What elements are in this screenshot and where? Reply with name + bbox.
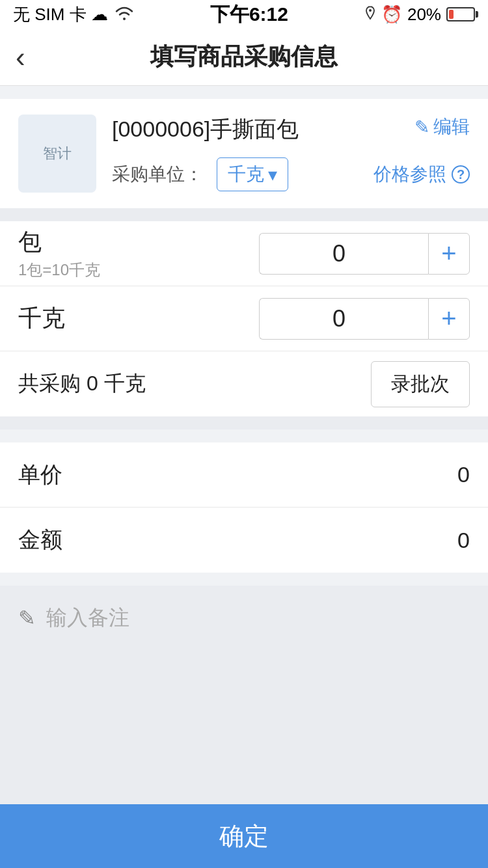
unit-price-value: 0 [457, 462, 470, 487]
section-separator-2 [0, 416, 488, 429]
status-right: ⏰ 20% [364, 5, 475, 25]
product-info: [0000006]手撕面包 ✎ 编辑 采购单位： 千克 ▾ 价格参照 ? [112, 115, 470, 191]
alarm-icon: ⏰ [381, 5, 402, 25]
kg-input-right: + [259, 298, 470, 340]
thumb-label: 智计 [43, 144, 72, 163]
kg-label: 千克 [18, 303, 65, 334]
amount-value: 0 [457, 528, 470, 553]
unit-value: 千克 [228, 162, 264, 187]
purchase-unit-container: 采购单位： 千克 ▾ [112, 157, 288, 191]
remark-placeholder: 输入备注 [46, 604, 129, 632]
unit-select[interactable]: 千克 ▾ [217, 157, 288, 191]
help-icon: ? [452, 165, 470, 183]
unit-price-label: 单价 [18, 460, 62, 490]
product-card: 智计 [0000006]手撕面包 ✎ 编辑 采购单位： 千克 ▾ 价格参照 ? [0, 99, 488, 208]
amount-label: 金额 [18, 525, 62, 555]
nav-bar: ‹ 填写商品采购信息 [0, 29, 488, 86]
batch-button[interactable]: 录批次 [371, 361, 470, 407]
amount-row: 金额 0 [0, 508, 488, 573]
product-name: [0000006]手撕面包 [112, 115, 299, 144]
battery-icon [446, 7, 475, 21]
location-icon [364, 5, 376, 25]
edit-button[interactable]: ✎ 编辑 [414, 115, 470, 139]
bag-label-sub: 1包=10千克 [18, 260, 100, 280]
price-info-section: 单价 0 金额 0 [0, 442, 488, 573]
unit-price-row: 单价 0 [0, 442, 488, 508]
bag-input-row: 包 1包=10千克 + [0, 221, 488, 286]
section-separator-1 [0, 208, 488, 221]
kg-quantity-input[interactable] [259, 298, 428, 340]
bag-label: 包 [18, 226, 100, 258]
purchase-unit-label: 采购单位： [112, 164, 203, 184]
price-ref-label: 价格参照 [373, 162, 446, 187]
wifi-icon [115, 5, 134, 25]
edit-label: 编辑 [433, 115, 470, 139]
product-thumbnail: 智计 [18, 115, 96, 193]
edit-icon: ✎ [414, 116, 429, 138]
bag-quantity-input[interactable] [259, 233, 428, 275]
pencil-icon: ✎ [18, 606, 36, 631]
kg-plus-button[interactable]: + [428, 298, 470, 340]
back-button[interactable]: ‹ [16, 43, 25, 72]
kg-input-row: 千克 + [0, 286, 488, 351]
status-bar: 无 SIM 卡 ☁ 下午6:12 ⏰ 20% [0, 0, 488, 29]
battery-percent: 20% [407, 5, 441, 25]
status-time: 下午6:12 [210, 1, 288, 28]
remark-section[interactable]: ✎ 输入备注 [0, 586, 488, 690]
summary-text: 共采购 0 千克 [18, 370, 146, 398]
page-title: 填写商品采购信息 [150, 41, 338, 73]
svg-point-0 [369, 9, 372, 12]
bag-plus-button[interactable]: + [428, 233, 470, 275]
price-ref-button[interactable]: 价格参照 ? [373, 162, 470, 187]
confirm-label: 确定 [219, 820, 269, 853]
input-section: 包 1包=10千克 + 千克 + [0, 221, 488, 351]
confirm-button[interactable]: 确定 [0, 804, 488, 868]
chevron-down-icon: ▾ [268, 164, 277, 185]
summary-row: 共采购 0 千克 录批次 [0, 351, 488, 416]
status-left: 无 SIM 卡 ☁ [13, 3, 134, 26]
bag-input-right: + [259, 233, 470, 275]
no-sim-text: 无 SIM 卡 ☁ [13, 3, 108, 26]
